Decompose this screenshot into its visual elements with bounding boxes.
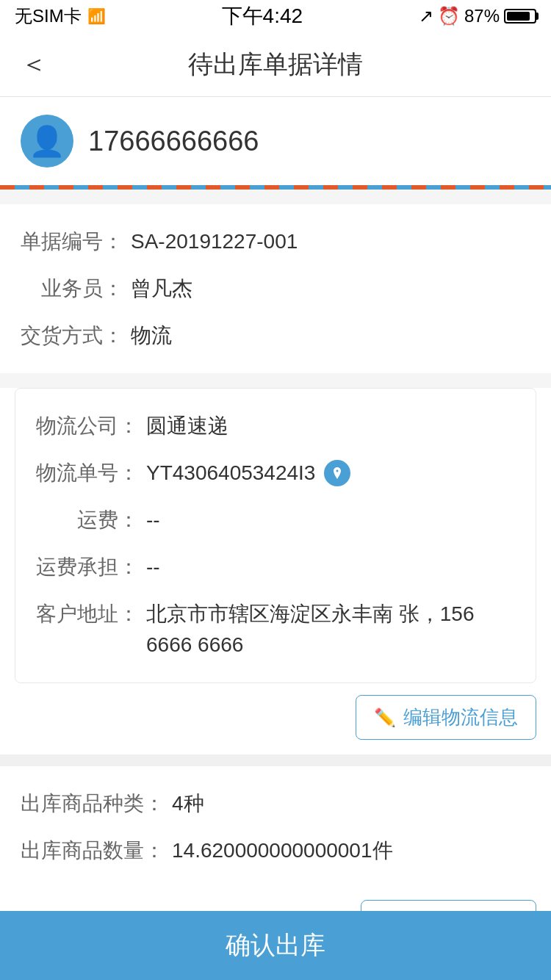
alarm-icon: ⏰: [438, 6, 460, 26]
goods-quantity-value: 14.620000000000001件: [172, 835, 530, 866]
address-label: 客户地址：: [36, 599, 139, 630]
delivery-label: 交货方式：: [21, 320, 123, 351]
goods-info: 出库商品种类： 4种 出库商品数量： 14.620000000000001件: [0, 766, 551, 888]
order-no-row: 单据编号： SA-20191227-001: [21, 226, 530, 257]
logistics-card: 物流公司： 圆通速递 物流单号： YT43064053424I3 运费： -- …: [15, 388, 536, 683]
nav-bar: ＜ 待出库单据详情: [0, 32, 551, 97]
tracking-value-row: YT43064053424I3: [146, 458, 515, 489]
order-no-label: 单据编号：: [21, 226, 123, 257]
goods-quantity-row: 出库商品数量： 14.620000000000001件: [21, 835, 530, 866]
delivery-row: 交货方式： 物流: [21, 320, 530, 351]
edit-logistics-button[interactable]: ✏️ 编辑物流信息: [356, 695, 536, 740]
confirm-btn-wrapper: 确认出库: [0, 911, 551, 980]
page-title: 待出库单据详情: [188, 48, 363, 82]
salesman-value: 曾凡杰: [131, 273, 530, 304]
company-value: 圆通速递: [146, 411, 515, 442]
battery-fill: [507, 12, 530, 21]
logistics-section: 物流公司： 圆通速递 物流单号： YT43064053424I3 运费： -- …: [0, 388, 551, 754]
address-row: 客户地址： 北京市市辖区海淀区永丰南 张，156 6666 6666: [36, 599, 515, 660]
wifi-icon: 📶: [87, 7, 106, 25]
freight-bear-row: 运费承担： --: [36, 552, 515, 583]
edit-btn-label: 编辑物流信息: [403, 705, 518, 730]
phone-number: 17666666666: [88, 126, 259, 157]
contact-header: 👤 17666666666: [0, 97, 551, 185]
freight-label: 运费：: [36, 505, 139, 536]
freight-bear-value: --: [146, 552, 515, 583]
map-icon[interactable]: [324, 460, 350, 486]
basic-info-section: 单据编号： SA-20191227-001 业务员： 曾凡杰 交货方式： 物流: [0, 204, 551, 373]
divider1: [0, 754, 551, 766]
back-button[interactable]: ＜: [21, 46, 47, 82]
company-row: 物流公司： 圆通速递: [36, 411, 515, 442]
freight-bear-label: 运费承担：: [36, 552, 139, 583]
gap2: [0, 373, 551, 388]
status-bar: 无SIM卡 📶 下午4:42 ↗ ⏰ 87%: [0, 0, 551, 32]
goods-type-label: 出库商品种类：: [21, 788, 165, 819]
gap1: [0, 190, 551, 204]
confirm-button[interactable]: 确认出库: [226, 929, 325, 962]
order-no-value: SA-20191227-001: [131, 226, 530, 257]
address-value: 北京市市辖区海淀区永丰南 张，156 6666 6666: [146, 599, 515, 660]
battery-percent: 87%: [464, 6, 500, 26]
edit-btn-row: ✏️ 编辑物流信息: [0, 695, 551, 754]
edit-icon: ✏️: [374, 707, 396, 728]
status-time: 下午4:42: [222, 2, 303, 30]
avatar: 👤: [21, 115, 73, 167]
salesman-label: 业务员：: [21, 273, 123, 304]
battery-bar: [504, 9, 536, 24]
person-icon: 👤: [29, 124, 65, 159]
location-status-icon: ↗: [419, 6, 433, 26]
carrier-label: 无SIM卡: [15, 4, 82, 28]
tracking-value: YT43064053424I3: [146, 458, 315, 489]
salesman-row: 业务员： 曾凡杰: [21, 273, 530, 304]
freight-row: 运费： --: [36, 505, 515, 536]
freight-value: --: [146, 505, 515, 536]
delivery-value: 物流: [131, 320, 530, 351]
tracking-label: 物流单号：: [36, 458, 139, 489]
company-label: 物流公司：: [36, 411, 139, 442]
tracking-row: 物流单号： YT43064053424I3: [36, 458, 515, 489]
goods-type-value: 4种: [172, 788, 530, 819]
contact-section: 👤 17666666666: [0, 97, 551, 190]
status-right: ↗ ⏰ 87%: [419, 6, 536, 26]
status-left: 无SIM卡 📶: [15, 4, 106, 28]
goods-quantity-label: 出库商品数量：: [21, 835, 165, 866]
goods-type-row: 出库商品种类： 4种: [21, 788, 530, 819]
